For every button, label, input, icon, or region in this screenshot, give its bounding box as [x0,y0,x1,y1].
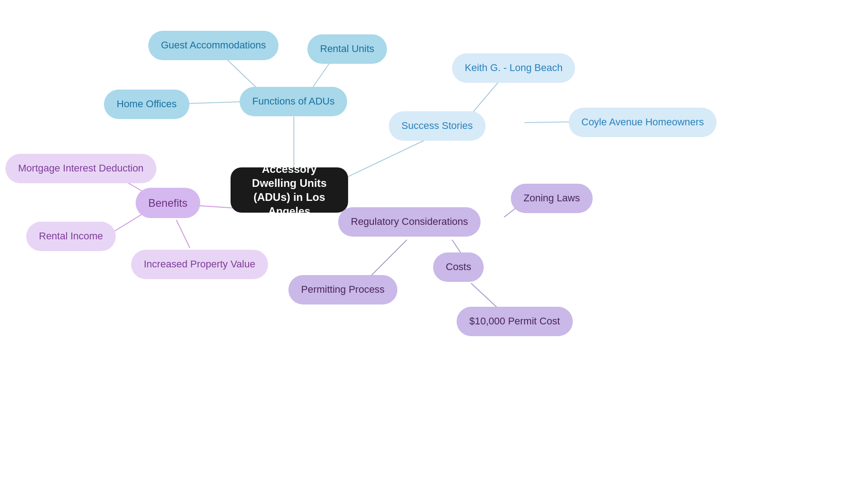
regulatory-node: Regulatory Considerations [338,207,481,237]
guest-accommodations-node: Guest Accommodations [148,31,278,60]
zoning-laws-node: Zoning Laws [511,184,593,213]
rental-income-node: Rental Income [26,222,116,251]
coyle-avenue-node: Coyle Avenue Homeowners [569,108,717,137]
permitting-node: Permitting Process [288,275,397,304]
svg-line-10 [176,220,190,248]
functions-node: Functions of ADUs [240,87,347,116]
keith-g-node: Keith G. - Long Beach [452,53,575,83]
home-offices-node: Home Offices [104,90,189,119]
mind-map-connections [0,0,868,490]
center-node: Accessory Dwelling Units (ADUs) in Los A… [231,167,348,213]
mortgage-node: Mortgage Interest Deduction [5,154,156,183]
svg-line-13 [371,240,407,276]
success-stories-node: Success Stories [389,111,486,141]
increased-property-node: Increased Property Value [131,250,268,279]
rental-units-node: Rental Units [307,34,387,64]
benefits-node: Benefits [136,188,200,218]
permit-cost-node: $10,000 Permit Cost [457,307,573,336]
svg-line-14 [452,240,461,253]
svg-line-15 [471,283,497,308]
costs-node: Costs [433,252,484,282]
